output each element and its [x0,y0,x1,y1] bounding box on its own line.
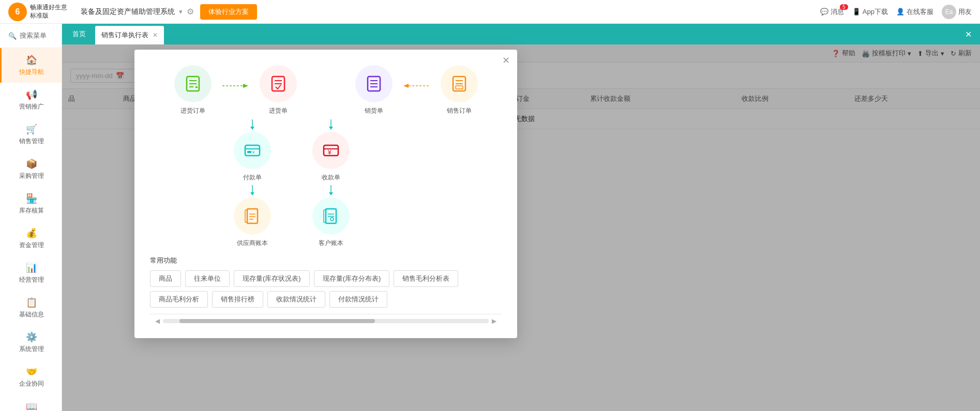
sidebar-icon-operations: 📊 [26,262,37,273]
sidebar-item-guide[interactable]: 📖新手引导 [0,394,62,411]
func-btn[interactable]: 收款情况统计 [267,291,325,308]
func-btn[interactable]: 往来单位 [185,270,230,287]
sidebar-icon-cooperation: 🤝 [26,366,37,377]
sidebar: 🔍 搜索菜单 🏠快捷导航📢营销推广🛒销售管理📦采购管理🏪库存核算💰资金管理📊经营… [0,24,62,411]
scroll-thumb[interactable] [179,319,375,323]
svg-rect-25 [247,151,251,153]
topbar-right: 💬 消息 5 📱 App下载 👤 在线客服 Ea 用友 [820,5,972,19]
svg-point-43 [330,218,334,221]
scroll-bar: ◀ ▶ [150,314,502,328]
sidebar-icon-quick-nav: 🏠 [26,54,37,66]
sidebar-icon-finance: 💰 [26,227,37,239]
supplier-ledger-icon [234,197,271,235]
sidebar-item-operations[interactable]: 📊经营管理 [0,256,62,291]
func-buttons: 商品往来单位现存量(库存状况表)现存量(库存分布表)销售毛利分析表商品毛利分析销… [150,270,502,308]
sidebar-item-system[interactable]: ⚙️系统管理 [0,325,62,360]
sidebar-label-operations: 经营管理 [19,276,44,284]
sales-bill-icon [355,65,393,102]
sales-bill-label: 销货单 [365,106,383,115]
trial-btn[interactable]: 体验行业方案 [200,4,257,20]
sidebar-item-inventory[interactable]: 🏪库存核算 [0,187,62,221]
modal-overlay: ✕ 进货订单 [62,44,980,411]
tab-label-sales-order-execution: 销售订单执行表 [101,31,148,40]
sidebar-item-quick-nav[interactable]: 🏠快捷导航 [0,48,62,83]
flow-node-purchase-bill: 进货单 [251,65,305,115]
message-btn[interactable]: 💬 消息 5 [820,7,844,17]
content-area: 首页 销售订单执行表✕ ✕ ❓ 帮助 🖨️ 按模板打印 ▾ ⬆ 导出 ▾ [62,24,980,411]
tab-close-sales-order-execution[interactable]: ✕ [153,32,158,39]
search-menu-btn[interactable]: 🔍 搜索菜单 [4,29,57,42]
flow-node-sales-order: 销售订单 [432,65,486,115]
func-btn[interactable]: 现存量(库存分布表) [314,270,390,287]
svg-marker-14 [403,84,409,88]
func-btn[interactable]: 商品毛利分析 [150,291,208,308]
func-btn[interactable]: 销售毛利分析表 [394,270,458,287]
logo-text: 畅康通好生意 标准版 [30,4,67,20]
sidebar-item-cooperation[interactable]: 🤝企业协同 [0,360,62,394]
app-download-btn[interactable]: 📱 App下载 [852,7,888,17]
logo-icon: 6 [8,3,27,21]
func-btn[interactable]: 现存量(库存状况表) [234,270,310,287]
sidebar-icon-marketing: 📢 [26,89,37,100]
sidebar-item-purchase[interactable]: 📦采购管理 [0,152,62,187]
customer-ledger-label: 客户账本 [319,239,343,248]
tab-sales-order-execution[interactable]: 销售订单执行表✕ [95,26,164,44]
avatar: Ea [942,5,956,19]
search-icon: 🔍 [8,32,17,40]
sidebar-label-basic-info: 基础信息 [19,310,44,319]
customer-ledger-icon [312,197,350,235]
tab-bar-close-btn[interactable]: ✕ [957,29,980,39]
sidebar-item-basic-info[interactable]: 📋基础信息 [0,291,62,325]
sidebar-label-marketing: 营销推广 [19,102,44,111]
purchase-bill-icon [260,65,297,102]
tab-home[interactable]: 首页 [64,24,94,44]
func-btn[interactable]: 商品 [150,270,181,287]
tab-bar: 首页 销售订单执行表✕ ✕ [62,24,980,44]
func-btn[interactable]: 销售排行榜 [212,291,263,308]
flow-node-payment: ¥ 付款单 [234,132,271,182]
purchase-order-icon [174,65,212,102]
sidebar-item-marketing[interactable]: 📢营销推广 [0,83,62,117]
sidebar-label-inventory: 库存核算 [19,206,44,215]
modal-close-btn[interactable]: ✕ [502,55,510,66]
sidebar-icon-inventory: 🏪 [26,193,37,204]
svg-text:¥: ¥ [327,149,331,156]
system-dropdown-icon[interactable]: ▾ [179,8,183,16]
flow-node-sales-bill: 销货单 [346,65,401,115]
scroll-left-arrow[interactable]: ◀ [155,317,160,325]
payment-icon: ¥ [234,132,271,169]
sidebar-icon-sales: 🛒 [26,124,37,135]
payment-label: 付款单 [243,173,262,182]
common-functions: 常用功能 商品往来单位现存量(库存状况表)现存量(库存分布表)销售毛利分析表商品… [150,256,502,308]
scroll-right-arrow[interactable]: ▶ [492,317,496,325]
message-icon: 💬 [820,8,828,16]
flow-node-receipt: ¥ 收款单 [312,132,350,182]
svg-marker-20 [250,127,254,130]
sidebar-icon-guide: 📖 [26,401,37,411]
flow-node-supplier-ledger: 供应商账本 [234,197,271,248]
user-area[interactable]: Ea 用友 [942,5,972,19]
online-service-btn[interactable]: 👤 在线客服 [896,7,933,17]
svg-marker-22 [329,127,333,130]
func-btn[interactable]: 付款情况统计 [329,291,387,308]
service-icon: 👤 [896,8,904,16]
flow-node-customer-ledger: 客户账本 [312,197,350,248]
svg-rect-39 [326,209,336,223]
sidebar-search[interactable]: 🔍 搜索菜单 [0,24,62,48]
sidebar-item-sales[interactable]: 🛒销售管理 [0,117,62,152]
sidebar-icon-basic-info: 📋 [26,297,37,308]
sidebar-icon-system: ⚙️ [26,331,37,343]
sidebar-label-purchase: 采购管理 [19,172,44,180]
settings-icon[interactable]: ⚙ [187,7,194,17]
sidebar-item-finance[interactable]: 💰资金管理 [0,221,62,256]
sidebar-label-sales: 销售管理 [19,137,44,146]
sidebar-label-quick-nav: 快捷导航 [19,68,44,77]
sales-order-label: 销售订单 [447,106,472,115]
svg-marker-5 [243,84,248,88]
common-title: 常用功能 [150,256,502,265]
sidebar-label-finance: 资金管理 [19,241,44,250]
purchase-order-label: 进货订单 [180,106,205,115]
svg-marker-31 [250,192,254,195]
svg-rect-35 [245,210,247,222]
logo-area: 6 畅康通好生意 标准版 [8,3,70,21]
